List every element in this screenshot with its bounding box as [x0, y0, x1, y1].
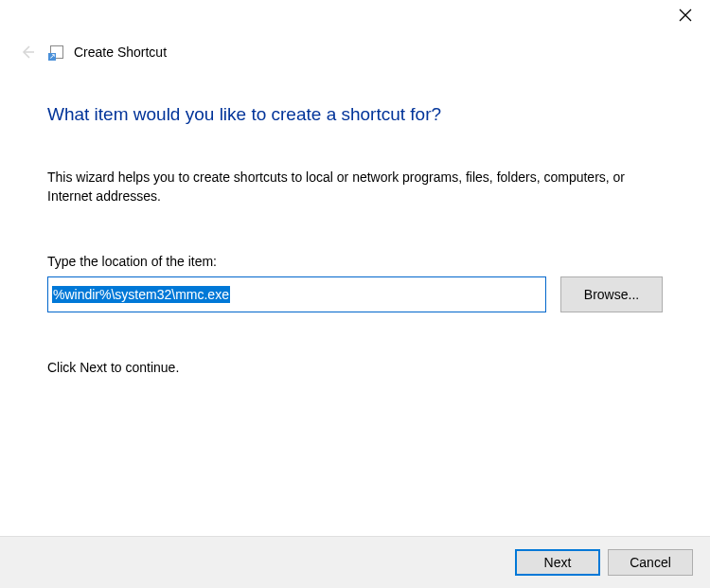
location-input[interactable]: %windir%\system32\mmc.exe — [47, 276, 546, 312]
footer-bar: Next Cancel — [0, 536, 710, 588]
cancel-button[interactable]: Cancel — [608, 549, 693, 576]
shortcut-icon — [49, 45, 64, 60]
browse-button[interactable]: Browse... — [560, 276, 663, 312]
input-row: %windir%\system32\mmc.exe Browse... — [47, 276, 663, 312]
location-label: Type the location of the item: — [47, 254, 663, 269]
page-heading: What item would you like to create a sho… — [47, 104, 663, 125]
close-button[interactable] — [678, 8, 693, 23]
location-value-selected: %windir%\system32\mmc.exe — [52, 286, 230, 303]
next-button[interactable]: Next — [515, 549, 600, 576]
titlebar — [0, 0, 710, 38]
wizard-title: Create Shortcut — [74, 45, 167, 60]
back-button — [19, 44, 36, 61]
back-arrow-icon — [19, 44, 36, 61]
close-icon — [679, 9, 692, 22]
description-text: This wizard helps you to create shortcut… — [47, 168, 663, 206]
continue-text: Click Next to continue. — [47, 360, 663, 375]
wizard-header: Create Shortcut — [0, 38, 710, 66]
content-area: What item would you like to create a sho… — [0, 104, 710, 375]
